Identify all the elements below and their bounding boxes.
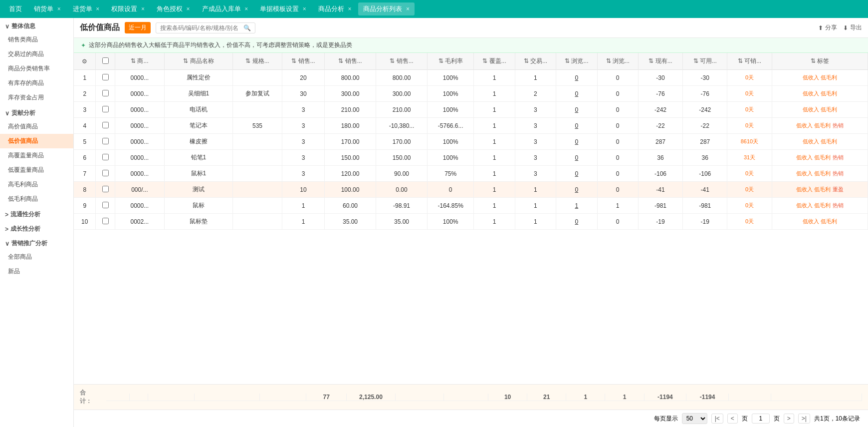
per-page-select[interactable]: 50 100 200 [682,413,707,424]
sidebar-item-high-profit[interactable]: 高毛利商品 [0,177,73,192]
sidebar-item-high-value[interactable]: 高价值商品 [0,119,73,134]
nav-analysis[interactable]: 商品分析 × [313,2,357,15]
first-page-button[interactable]: |< [711,414,723,424]
cell-check[interactable] [96,214,115,230]
browse1-link[interactable]: 0 [575,170,578,177]
cell-browse1[interactable]: 0 [556,118,597,134]
cell-check[interactable] [96,118,115,134]
nav-template[interactable]: 单据模板设置 × [255,2,311,15]
row-checkbox-4[interactable] [102,122,109,128]
cell-check[interactable] [96,70,115,86]
th-current-sort[interactable]: ⇅ [649,57,653,64]
cell-check[interactable] [96,134,115,150]
nav-permissions[interactable]: 权限设置 × [106,2,150,15]
cell-browse1[interactable]: 0 [556,214,597,230]
row-checkbox-7[interactable] [102,170,109,176]
sidebar-item-stock-goods[interactable]: 有库存的商品 [0,76,73,90]
sidebar-item-low-value[interactable]: 低价值商品 [0,134,73,148]
cell-check[interactable] [96,150,115,166]
select-all-checkbox[interactable] [102,57,109,64]
th-tags-sort[interactable]: ⇅ [811,57,816,64]
cell-check[interactable] [96,198,115,214]
nav-sales[interactable]: 销货单 × [29,2,66,15]
sidebar-item-low-profit[interactable]: 低毛利商品 [0,192,73,206]
nav-roles-close[interactable]: × [187,5,190,12]
th-settings[interactable]: ⚙ [74,53,96,70]
nav-roles[interactable]: 角色授权 × [152,2,195,15]
nav-purchase-close[interactable]: × [96,5,99,12]
row-checkbox-9[interactable] [102,202,109,208]
browse1-link[interactable]: 0 [575,106,578,113]
prev-page-button[interactable]: < [727,414,738,424]
last-page-button[interactable]: >| [798,414,810,424]
row-checkbox-2[interactable] [102,90,109,96]
cell-browse1[interactable]: 1 [556,198,597,214]
cell-browse1[interactable]: 0 [556,134,597,150]
th-avail-sort[interactable]: ⇅ [693,57,698,64]
cell-browse1[interactable]: 0 [556,102,597,118]
nav-product-in-close[interactable]: × [244,5,248,12]
th-browse2-sort[interactable]: ⇅ [606,57,611,64]
th-browse1-sort[interactable]: ⇅ [565,57,570,64]
th-code-sort[interactable]: ⇅ [131,57,136,64]
cell-check[interactable] [96,86,115,102]
search-icon[interactable]: 🔍 [243,24,251,31]
browse1-link[interactable]: 0 [575,74,578,81]
browse1-link[interactable]: 0 [575,218,578,225]
nav-product-in[interactable]: 产成品入库单 × [197,2,253,15]
search-input[interactable] [160,24,241,31]
sidebar-group-circulation[interactable]: > 流通性分析 [0,206,73,221]
th-name-sort[interactable]: ⇅ [183,57,188,64]
browse1-link[interactable]: 1 [575,202,578,209]
sidebar-group-marketing[interactable]: ∨ 营销推广分析 [0,235,73,250]
row-checkbox-1[interactable] [102,74,109,80]
sidebar-item-category-sales[interactable]: 商品分类销售率 [0,61,73,76]
cell-browse1[interactable]: 0 [556,150,597,166]
row-checkbox-3[interactable] [102,106,109,112]
sidebar-item-all-goods[interactable]: 全部商品 [0,250,73,264]
page-number-input[interactable] [752,414,770,424]
nav-purchase[interactable]: 进货单 × [68,2,105,15]
sidebar-item-high-coverage[interactable]: 高覆盖量商品 [0,148,73,163]
cell-browse1[interactable]: 0 [556,70,597,86]
sidebar-item-new-goods[interactable]: 新品 [0,264,73,279]
nav-permissions-close[interactable]: × [141,5,145,12]
sidebar-item-sales-goods[interactable]: 销售类商品 [0,32,73,47]
th-spec-sort[interactable]: ⇅ [245,57,250,64]
browse1-link[interactable]: 0 [575,122,578,129]
sidebar-group-contribution[interactable]: ∨ 贡献分析 [0,105,73,119]
th-profit-rate-sort[interactable]: ⇅ [438,57,443,64]
th-sales-amt-sort[interactable]: ⇅ [338,57,343,64]
export-button[interactable]: ⬇ 导出 [843,23,862,32]
cell-check[interactable] [96,102,115,118]
nav-analysis-list[interactable]: 商品分析列表 × [358,2,415,15]
nav-analysis-list-close[interactable]: × [406,5,410,12]
sidebar-group-growth[interactable]: > 成长性分析 [0,221,73,235]
row-checkbox-5[interactable] [102,138,109,144]
row-checkbox-8[interactable] [102,186,109,192]
browse1-link[interactable]: 0 [575,138,578,145]
th-sales-avg-sort[interactable]: ⇅ [390,57,395,64]
cell-check[interactable] [96,182,115,198]
row-checkbox-6[interactable] [102,154,109,160]
next-page-button[interactable]: > [784,414,794,424]
nav-home[interactable]: 首页 [4,2,27,15]
nav-analysis-close[interactable]: × [348,5,351,12]
sidebar-group-overall[interactable]: ∨ 整体信息 [0,18,73,32]
cell-browse1[interactable]: 0 [556,182,597,198]
nav-template-close[interactable]: × [303,5,306,12]
browse1-link[interactable]: 0 [575,154,578,161]
nav-sales-close[interactable]: × [57,5,61,12]
sidebar-item-stock-capital[interactable]: 库存资金占用 [0,90,73,105]
th-trade-sort[interactable]: ⇅ [524,57,529,64]
cell-browse1[interactable]: 0 [556,166,597,182]
cell-check[interactable] [96,166,115,182]
browse1-link[interactable]: 0 [575,186,578,193]
cell-browse1[interactable]: 0 [556,86,597,102]
sidebar-item-traded-goods[interactable]: 交易过的商品 [0,47,73,61]
th-coverage-sort[interactable]: ⇅ [482,57,487,64]
th-check[interactable] [96,53,115,70]
browse1-link[interactable]: 0 [575,90,578,97]
row-checkbox-10[interactable] [102,218,109,224]
time-filter-button[interactable]: 近一月 [125,22,151,33]
